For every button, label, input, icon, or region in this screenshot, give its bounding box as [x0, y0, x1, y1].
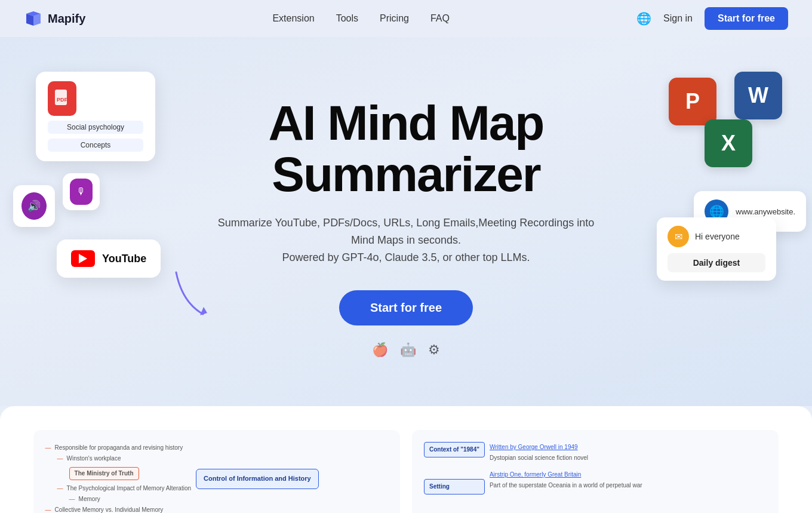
pdf-icon: PDF: [48, 81, 76, 116]
mapify-logo-icon: [24, 9, 43, 28]
platform-icons: 🍎 🤖 ⚙: [218, 342, 595, 358]
logo[interactable]: Mapify: [24, 9, 85, 28]
hero-title-line2: Summarizer: [272, 147, 540, 201]
word-letter: W: [748, 83, 768, 108]
pdf-tag-social: Social psychology: [48, 121, 143, 134]
mindmap-right: Context of "1984" Setting Written by Geo…: [412, 430, 779, 513]
audio-icon: 🔊: [21, 192, 47, 220]
nav-links: Extension Tools Pricing FAQ: [272, 13, 450, 24]
chrome-icon: ⚙: [428, 342, 440, 358]
hero-section: PDF Social psychology Concepts 🔊 🎙 YouTu…: [0, 0, 812, 406]
nav-tools[interactable]: Tools: [336, 13, 358, 23]
mindmap-preview: —Responsible for propaganda and revising…: [24, 430, 788, 513]
excel-icon: X: [705, 119, 752, 167]
hero-subtitle-line3: Powered by GPT-4o, Claude 3.5, or other …: [282, 251, 530, 263]
mindmap-preview-section: —Responsible for propaganda and revising…: [0, 406, 812, 513]
mindmap-left: —Responsible for propaganda and revising…: [33, 430, 400, 513]
website-url-text: www.anywebsite.: [736, 207, 795, 216]
apple-icon: 🍎: [372, 342, 388, 358]
email-greeting-text: Hi everyone: [695, 232, 740, 241]
podcast-float-card: 🎙: [63, 173, 100, 210]
youtube-icon: [71, 250, 95, 267]
audio-float-card: 🔊: [13, 185, 55, 227]
start-free-hero-button[interactable]: Start for free: [339, 290, 473, 325]
hero-subtitle: Summarize YouTube, PDFs/Docs, URLs, Long…: [218, 214, 595, 266]
logo-text: Mapify: [48, 12, 85, 26]
start-free-nav-button[interactable]: Start for free: [705, 7, 788, 30]
pdf-tag-concepts: Concepts: [48, 139, 143, 152]
office-float-group: P W X: [669, 72, 788, 167]
language-button[interactable]: 🌐: [636, 11, 651, 26]
hero-subtitle-line1: Summarize YouTube, PDFs/Docs, URLs, Long…: [218, 217, 595, 229]
nav-pricing[interactable]: Pricing: [380, 13, 409, 23]
navbar: Mapify Extension Tools Pricing FAQ 🌐 Sig…: [0, 0, 812, 37]
nav-extension[interactable]: Extension: [272, 13, 314, 23]
email-header: ✉ Hi everyone: [668, 226, 765, 247]
youtube-float-card: YouTube: [57, 239, 161, 278]
hero-title-line1: AI Mind Map: [269, 96, 544, 150]
mindmap-right-center1: Context of "1984": [424, 442, 485, 457]
powerpoint-letter: P: [685, 89, 700, 114]
mindmap-right-center2: Setting: [424, 479, 485, 494]
youtube-label: YouTube: [102, 253, 146, 265]
excel-letter: X: [721, 131, 736, 156]
mindmap-left-center: Control of Information and History: [196, 469, 319, 489]
hero-title: AI Mind Map Summarizer: [218, 97, 595, 200]
powerpoint-icon: P: [669, 78, 716, 125]
email-icon: ✉: [668, 226, 689, 247]
pdf-float-card: PDF Social psychology Concepts: [36, 72, 155, 161]
nav-right: 🌐 Sign in Start for free: [636, 7, 788, 30]
mindmap-left-nodes: —Responsible for propaganda and revising…: [45, 442, 388, 513]
nav-faq[interactable]: FAQ: [430, 13, 450, 23]
mindmap-right-nodes: Context of "1984" Setting Written by Geo…: [424, 442, 767, 494]
email-float-card: ✉ Hi everyone Daily digest: [657, 217, 776, 281]
podcast-icon: 🎙: [70, 179, 93, 205]
android-icon: 🤖: [400, 342, 416, 358]
hero-subtitle-line2: Mind Maps in seconds.: [351, 234, 461, 246]
signin-button[interactable]: Sign in: [663, 13, 693, 24]
word-icon: W: [734, 72, 782, 119]
email-digest-label: Daily digest: [668, 253, 765, 272]
ms-icon-group: P W X: [669, 72, 788, 167]
hero-content: AI Mind Map Summarizer Summarize YouTube…: [206, 62, 607, 382]
svg-text:PDF: PDF: [57, 97, 68, 103]
